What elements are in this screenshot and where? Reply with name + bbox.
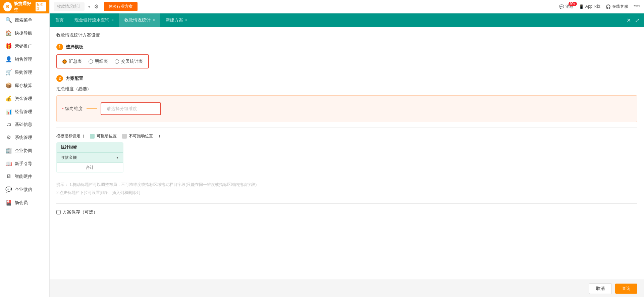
download-item[interactable]: 📱 App下载 [579, 4, 600, 9]
search-icon: 🔍 [5, 17, 12, 23]
legend-fixed-box [122, 134, 127, 139]
tab-bank-close[interactable]: × [111, 18, 114, 22]
chat-icon: 💬 [5, 186, 12, 193]
logo-icon: B [3, 2, 12, 11]
tab-new-plan[interactable]: 新建方案 × [160, 13, 193, 27]
service-item[interactable]: 🎧 在线客服 [606, 4, 628, 9]
metrics-title-text: 模板指标设定（ [56, 133, 85, 139]
sidebar-item-quick[interactable]: 🏠 快捷导航 [0, 27, 49, 40]
sidebar-item-member[interactable]: 🎴 畅会员 [0, 196, 49, 209]
metrics-table-header: 统计指标 [57, 143, 123, 153]
tab-bank-label: 现金银行流水查询 [74, 17, 109, 23]
sidebar-item-sales[interactable]: 👤 销售管理 [0, 53, 49, 66]
metrics-header: 模板指标设定（ 可拖动位置 不可拖动位置 ） [56, 133, 637, 139]
sidebar-item-label: 经营管理 [15, 109, 32, 115]
message-item[interactable]: 💬 消息 99+ [559, 4, 574, 9]
sidebar-item-base[interactable]: 🗂 基础信息 [0, 118, 49, 131]
sidebar-item-search[interactable]: 🔍 搜索菜单 [0, 13, 49, 27]
legend-movable: 可拖动位置 [90, 133, 117, 139]
cancel-button[interactable]: 取消 [589, 283, 612, 294]
dimension-grid: * 纵向维度 —— 请选择分组维度 [56, 95, 637, 122]
tip-row-1: 提示： 1.拖动标题栏可以调整布局，不可跨维度或指标区域拖动栏目字段(只能在同一… [56, 181, 637, 189]
sidebar-item-label: 畅会员 [15, 200, 28, 206]
book-icon: 📖 [5, 160, 12, 167]
dimension-drop-zone[interactable]: 请选择分组维度 [101, 102, 161, 115]
radio-summary[interactable]: 汇总表 [62, 58, 82, 64]
radio-cross-input[interactable] [115, 59, 119, 64]
tabbar: 首页 现金银行流水查询 × 收款情况统计 × 新建方案 × ✕ ⤢ [50, 13, 644, 27]
user-display: **** [634, 4, 640, 9]
legend-movable-box [90, 134, 95, 139]
tab-new-plan-label: 新建方案 [166, 17, 183, 23]
tab-stats[interactable]: 收款情况统计 × [119, 13, 160, 27]
download-label: App下载 [585, 4, 600, 9]
radio-detail-input[interactable] [89, 59, 93, 64]
metrics-column-cell[interactable]: 收款金额 ▼ [57, 153, 123, 163]
sidebar-item-purchase[interactable]: 🛒 采购管理 [0, 66, 49, 79]
dimension-title: 汇总维度（必选） [56, 86, 637, 92]
tab-new-plan-close[interactable]: × [185, 18, 187, 22]
sidebar-item-wechat[interactable]: 💬 企业微信 [0, 183, 49, 196]
cart-icon: 🛒 [5, 69, 12, 76]
step2-section: 2 方案配置 汇总维度（必选） * 纵向维度 —— 请选择分组维度 [56, 75, 637, 197]
radio-detail-label: 明细表 [95, 58, 108, 64]
card-icon: 🎴 [5, 199, 12, 206]
sidebar-item-label: 企业协同 [15, 148, 32, 154]
user-item[interactable]: **** [634, 4, 640, 9]
sidebar-nav: 🔍 搜索菜单 🏠 快捷导航 🎁 营销推广 👤 销售管理 🛒 采购管理 📦 库存核… [0, 13, 49, 297]
main-area: 收款情况统计 ▼ ⚙ 体验行业方案 💬 消息 99+ 📱 App下载 🎧 在线客… [50, 0, 644, 297]
tabbar-right: ✕ ⤢ [625, 16, 644, 25]
topbar-settings-icon[interactable]: ⚙ [94, 3, 99, 10]
tab-stats-close[interactable]: × [153, 18, 155, 22]
tab-stats-label: 收款情况统计 [124, 17, 151, 23]
dimension-arrow-icon: —— [87, 106, 97, 112]
sidebar-item-guide[interactable]: 📖 新手引导 [0, 157, 49, 170]
logo-area: B 畅捷通好生 标准版 [0, 0, 49, 13]
tab-bank[interactable]: 现金银行流水查询 × [69, 13, 119, 27]
sidebar-item-corp[interactable]: 🏢 企业协同 [0, 144, 49, 157]
legend-fixed: 不可拖动位置 [122, 133, 153, 139]
tab-home[interactable]: 首页 [50, 13, 69, 27]
metrics-table: 统计指标 收款金额 ▼ 合计 [56, 142, 123, 173]
vertical-label-text: 纵向维度 [65, 106, 83, 112]
gear-icon: ⚙ [5, 134, 12, 141]
query-button[interactable]: 查询 [615, 284, 637, 294]
save-checkbox[interactable] [56, 210, 61, 214]
sidebar: B 畅捷通好生 标准版 🔍 搜索菜单 🏠 快捷导航 🎁 营销推广 👤 销售管理 … [0, 0, 50, 297]
monitor-icon: 🖥 [5, 174, 12, 180]
sidebar-item-marketing[interactable]: 🎁 营销推广 [0, 40, 49, 53]
sidebar-item-inventory[interactable]: 📦 库存核算 [0, 79, 49, 92]
sidebar-item-label: 销售管理 [15, 56, 32, 62]
vertical-dim-label: * 纵向维度 [62, 106, 83, 112]
footer: 取消 查询 [50, 280, 644, 297]
sidebar-item-operation[interactable]: 📊 经营管理 [0, 105, 49, 118]
sidebar-item-label: 新手引导 [15, 161, 32, 167]
metrics-dropdown-icon[interactable]: ▼ [116, 156, 119, 159]
tips-section: 提示： 1.拖动标题栏可以调整布局，不可跨维度或指标区域拖动栏目字段(只能在同一… [56, 181, 637, 197]
sidebar-item-finance[interactable]: 💰 资金管理 [0, 92, 49, 105]
sidebar-item-label: 系统管理 [15, 135, 32, 141]
step1-header: 1 选择模板 [56, 44, 637, 50]
tip-text-2: 2.点击标题栏下拉可设置排序、插入列和删除列 [56, 189, 140, 197]
sidebar-item-system[interactable]: ⚙ 系统管理 [0, 131, 49, 144]
metrics-section: 模板指标设定（ 可拖动位置 不可拖动位置 ） 统计指标 [56, 133, 637, 174]
home-icon: 🏠 [5, 30, 12, 36]
radio-summary-input[interactable] [62, 59, 67, 64]
step2-title: 方案配置 [66, 76, 83, 82]
trial-button[interactable]: 体验行业方案 [104, 2, 138, 11]
legend-fixed-label: 不可拖动位置 [129, 133, 153, 139]
gift-icon: 🎁 [5, 43, 12, 49]
chart-icon: 📊 [5, 108, 12, 115]
metrics-row-total: 合计 [57, 163, 123, 172]
logo-badge: 标准版 [36, 2, 46, 11]
radio-detail[interactable]: 明细表 [89, 58, 108, 64]
money-icon: 💰 [5, 95, 12, 102]
radio-cross[interactable]: 交叉统计表 [115, 58, 143, 64]
user-icon: 👤 [5, 56, 12, 62]
page-title: 收款情况统计方案设置 [56, 32, 637, 38]
tabbar-close-icon[interactable]: ✕ [625, 16, 632, 25]
tabbar-expand-icon[interactable]: ⤢ [634, 16, 641, 25]
message-badge: 99+ [569, 2, 577, 6]
content-inner: 收款情况统计方案设置 1 选择模板 汇总表 明细表 [50, 27, 644, 280]
sidebar-item-smart[interactable]: 🖥 智能硬件 [0, 170, 49, 183]
